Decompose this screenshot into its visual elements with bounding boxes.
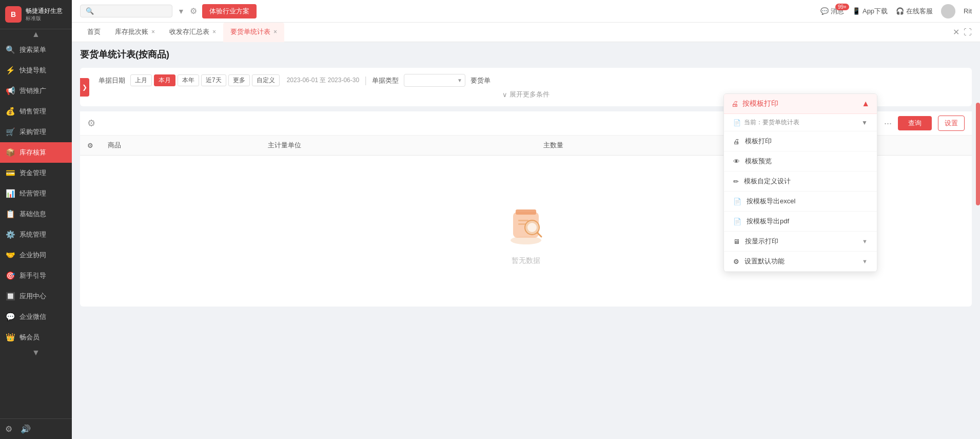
sidebar-scroll-up[interactable]: ▲ (0, 29, 72, 40)
sidebar-item-quick-nav[interactable]: ⚡ 快捷导航 (0, 60, 72, 81)
guide-icon: 🎯 (5, 271, 15, 281)
filter-date-buttons: 上月 本月 本年 近7天 更多 自定义 (130, 74, 280, 86)
filter-type-select[interactable] (404, 74, 465, 87)
print-dropdown-item-set-default[interactable]: ⚙ 设置默认功能 ▼ (724, 252, 877, 272)
sidebar-item-finance[interactable]: 💳 资金管理 (0, 163, 72, 183)
tabs-actions: ✕ ⛶ (953, 27, 972, 37)
filter-date-custom[interactable]: 自定义 (252, 74, 280, 86)
message-icon: 💬 (820, 7, 829, 15)
print-dropdown-item-display-print[interactable]: 🖥 按显示打印 ▼ (724, 232, 877, 252)
col-settings: ⚙ (80, 136, 101, 156)
username-label: Rit (964, 7, 972, 15)
right-scrollbar[interactable] (976, 103, 980, 205)
filter-row: ❯ 单据日期 上月 本月 本年 近7天 更多 自定义 2023-06-01 至 … (88, 74, 964, 87)
export-pdf-icon: 📄 (733, 218, 741, 225)
topbar-search-box[interactable]: 🔍 (80, 5, 172, 17)
sidebar-item-sales[interactable]: 💰 销售管理 (0, 101, 72, 122)
tab-summary[interactable]: 收发存汇总表 × (162, 23, 223, 42)
svg-point-4 (527, 223, 537, 232)
settings-button[interactable]: 设置 (938, 116, 965, 131)
sidebar-logo: B 畅捷通好生意 标准版 (0, 0, 72, 29)
sidebar-scroll-down[interactable]: ▼ (0, 348, 72, 358)
main-area: 🔍 ▼ ⚙ 体验行业方案 💬 消息 99+ 📱 App下载 🎧 在线客服 Rit (72, 0, 980, 439)
filter-date-7days[interactable]: 近7天 (201, 74, 226, 86)
empty-icon (500, 197, 552, 248)
tab-close-inventory-batch[interactable]: × (151, 28, 155, 35)
tab-close-order-stats[interactable]: × (273, 28, 277, 35)
query-button[interactable]: 查询 (898, 116, 932, 130)
sidebar-item-member[interactable]: 👑 畅会员 (0, 327, 72, 348)
filter-date-more[interactable]: 更多 (228, 74, 250, 86)
svg-rect-7 (518, 223, 525, 225)
service-icon: 🎧 (896, 7, 904, 15)
settings-bottom-icon[interactable]: ⚙ (5, 424, 12, 434)
sidebar-item-cooperation[interactable]: 🤝 企业协同 (0, 245, 72, 265)
filter-expand-button[interactable]: ❯ (80, 78, 89, 97)
quick-nav-icon: ⚡ (5, 65, 15, 75)
tab-close-summary[interactable]: × (212, 28, 216, 35)
col-settings-icon[interactable]: ⚙ (87, 142, 93, 149)
inventory-icon: 📦 (5, 147, 15, 158)
topbar-dropdown-icon[interactable]: ▼ (178, 7, 185, 15)
print-dropdown: 🖨 按模板打印 ▲ 📄 当前：要货单统计表 ▼ 🖨 模板打印 👁 模板预览 (723, 93, 877, 272)
app-center-icon: 🔲 (5, 291, 15, 301)
table-settings-icon[interactable]: ⚙ (87, 118, 95, 129)
empty-state-message: 暂无数据 (512, 256, 540, 265)
sound-bottom-icon[interactable]: 🔊 (21, 424, 31, 434)
sidebar-item-marketing[interactable]: 📢 营销推广 (0, 81, 72, 101)
topbar: 🔍 ▼ ⚙ 体验行业方案 💬 消息 99+ 📱 App下载 🎧 在线客服 Rit (72, 0, 980, 23)
tabs-close-all-btn[interactable]: ✕ (953, 27, 959, 37)
template-print-icon: 🖨 (733, 138, 740, 145)
sidebar-search[interactable]: 🔍 搜索菜单 (0, 40, 72, 60)
sidebar-item-enterprise-wechat[interactable]: 💬 企业微信 (0, 307, 72, 327)
topbar-online-service[interactable]: 🎧 在线客服 (896, 7, 933, 16)
sidebar-item-inventory[interactable]: 📦 库存核算 (0, 142, 72, 163)
more-options-btn[interactable]: ··· (884, 118, 892, 129)
filter-date-range: 2023-06-01 至 2023-06-30 (287, 76, 359, 85)
topbar-gear-icon[interactable]: ⚙ (190, 6, 197, 16)
sales-icon: 💰 (5, 106, 15, 117)
expand-more-icon: ∨ (502, 91, 507, 99)
sidebar-item-system[interactable]: ⚙️ 系统管理 (0, 224, 72, 245)
svg-rect-2 (516, 209, 536, 215)
cooperation-icon: 🤝 (5, 250, 15, 260)
tab-order-stats[interactable]: 要货单统计表 × (223, 23, 284, 42)
template-preview-icon: 👁 (733, 158, 740, 165)
user-avatar[interactable] (941, 4, 955, 18)
sidebar-item-purchase[interactable]: 🛒 采购管理 (0, 122, 72, 142)
print-dropdown-item-export-pdf[interactable]: 📄 按模板导出pdf (724, 212, 877, 232)
app-icon: 📱 (852, 7, 860, 15)
col-unit: 主计量单位 (261, 136, 536, 156)
topbar-search-icon: 🔍 (86, 7, 94, 15)
app-logo-icon: B (5, 6, 22, 23)
topbar-trial-button[interactable]: 体验行业方案 (202, 4, 257, 18)
filter-separator: | (364, 75, 367, 86)
print-dropdown-item-template-print[interactable]: 🖨 模板打印 (724, 131, 877, 151)
page-title: 要货单统计表(按商品) (80, 48, 972, 61)
print-dropdown-item-export-excel[interactable]: 📄 按模板导出excel (724, 192, 877, 212)
template-custom-icon: ✏ (733, 178, 739, 185)
print-dropdown-header[interactable]: 🖨 按模板打印 ▲ (724, 94, 877, 114)
app-logo-text: 畅捷通好生意 标准版 (26, 7, 63, 22)
sidebar-item-basic[interactable]: 📋 基础信息 (0, 204, 72, 224)
sidebar-item-guide[interactable]: 🎯 新手引导 (0, 265, 72, 286)
topbar-right: 💬 消息 99+ 📱 App下载 🎧 在线客服 Rit (820, 4, 972, 18)
print-dropdown-item-template-preview[interactable]: 👁 模板预览 (724, 151, 877, 171)
topbar-app-download[interactable]: 📱 App下载 (852, 7, 888, 16)
col-goods: 商品 (101, 136, 261, 156)
topbar-messages[interactable]: 💬 消息 99+ (820, 7, 844, 16)
message-badge: 99+ (835, 4, 849, 10)
filter-date-this-year[interactable]: 本年 (178, 74, 199, 86)
filter-date-last-month[interactable]: 上月 (130, 74, 152, 86)
print-dropdown-item-template-custom[interactable]: ✏ 模板自定义设计 (724, 171, 877, 192)
sidebar-item-app-center[interactable]: 🔲 应用中心 (0, 286, 72, 307)
filter-date-this-month[interactable]: 本月 (154, 74, 175, 86)
tab-home[interactable]: 首页 (80, 23, 108, 42)
print-dropdown-collapse-icon[interactable]: ▲ (861, 99, 870, 108)
sidebar-item-operations[interactable]: 📊 经营管理 (0, 183, 72, 204)
member-icon: 👑 (5, 332, 15, 342)
tabs-expand-btn[interactable]: ⛶ (964, 28, 972, 37)
set-default-icon: ⚙ (733, 258, 739, 265)
current-arrow: ▼ (861, 119, 868, 126)
tab-inventory-batch[interactable]: 库存批次账 × (108, 23, 162, 42)
